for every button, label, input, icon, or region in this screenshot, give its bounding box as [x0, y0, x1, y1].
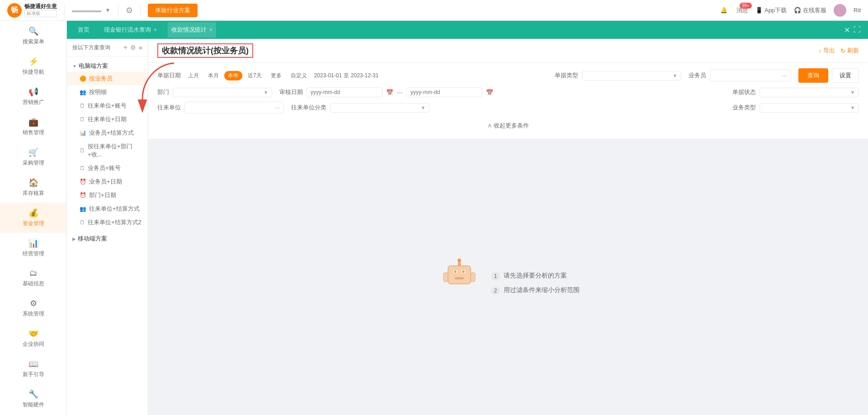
- tip-text-1: 请先选择要分析的方案: [504, 272, 567, 280]
- export-label: 导出: [823, 47, 835, 55]
- user-avatar[interactable]: [834, 4, 846, 17]
- scheme-item-salesperson-settlement[interactable]: 📊 业务员+结算方式: [67, 126, 148, 140]
- add-scheme-btn[interactable]: +: [123, 43, 127, 52]
- sidebar-item-finance[interactable]: 💰 资金管理: [0, 203, 66, 233]
- scheme-icon-3: 🗒: [80, 116, 85, 123]
- logo-badge: 标准版: [24, 10, 57, 17]
- scheme-label-2: 往来单位+账号: [88, 102, 127, 110]
- setting-btn[interactable]: 设置: [832, 68, 859, 83]
- sidebar-item-management[interactable]: 📊 经营管理: [0, 233, 66, 263]
- collapse-more-btn[interactable]: ∧ 收起更多条件: [157, 118, 859, 133]
- scheme-settings-btn[interactable]: ⚙: [130, 44, 136, 51]
- scheme-label-3: 往来单位+日期: [88, 115, 127, 123]
- finance-icon: 💰: [28, 208, 38, 218]
- business-type-select[interactable]: ▼: [760, 103, 859, 113]
- main-layout: 🔍 搜索菜单 ⚡ 快捷导航 📢 营销推广 💼 销售管理 🛒 采购管理 🏠 库存核…: [0, 21, 868, 415]
- tab-collection-stats-close[interactable]: ×: [209, 27, 212, 33]
- doc-status-select[interactable]: ▼: [760, 88, 859, 97]
- review-date-label: 审核日期: [279, 88, 303, 96]
- salesperson-select[interactable]: ···: [710, 70, 791, 81]
- scheme-item-detail[interactable]: 👥 按明细: [67, 85, 148, 99]
- date-from: 2023-01-01: [314, 72, 342, 79]
- sidebar-item-purchase[interactable]: 🛒 采购管理: [0, 142, 66, 172]
- sidebar-item-hardware[interactable]: 🔧 智能硬件: [0, 384, 66, 414]
- sidebar-item-shortcut[interactable]: ⚡ 快捷导航: [0, 51, 66, 81]
- scheme-item-unit-settlement1[interactable]: 👥 往来单位+结算方式: [67, 202, 148, 216]
- sidebar-label-enterprise: 企业协同: [23, 340, 44, 348]
- calendar-icon-to[interactable]: 📅: [486, 89, 493, 96]
- sidebar-item-enterprise[interactable]: 🤝 企业协同: [0, 323, 66, 354]
- counterpart-more-btn[interactable]: ···: [274, 104, 280, 111]
- date-tab-custom[interactable]: 自定义: [287, 71, 311, 80]
- scheme-item-unit-dept[interactable]: 🗒 按往来单位+部门+收...: [67, 140, 148, 161]
- filter-date: 单据日期 上月 本月 本年 近7天 更多 自定义 2023-01-01: [157, 71, 378, 80]
- date-tab-7days[interactable]: 近7天: [244, 71, 265, 80]
- sidebar-label-guide: 新手引导: [23, 371, 44, 378]
- scheme-label-5: 按往来单位+部门+收...: [88, 142, 142, 159]
- filter-btn-group: 查询 设置: [798, 68, 859, 83]
- tab-home[interactable]: 首页: [74, 22, 93, 38]
- date-tab-lastmonth[interactable]: 上月: [184, 71, 203, 80]
- sidebar-item-inventory[interactable]: 🏠 库存核算: [0, 172, 66, 203]
- tab-bank-flow[interactable]: 现金银行流水查询 ×: [100, 22, 160, 38]
- date-tab-thismonth[interactable]: 本月: [204, 71, 222, 80]
- tab-bank-flow-close[interactable]: ×: [154, 27, 157, 33]
- shortcut-icon: ⚡: [28, 57, 38, 66]
- sidebar-item-base[interactable]: 🗂 基础信息: [0, 263, 66, 293]
- mobile-scheme-group: ▶ 移动端方案: [67, 231, 148, 246]
- scheme-item-unit-account[interactable]: 🗒 往来单位+账号: [67, 99, 148, 113]
- settings-icon[interactable]: ⚙: [126, 5, 133, 15]
- sidebar-label-management: 经营管理: [23, 250, 44, 258]
- counterpart-select[interactable]: ···: [184, 102, 284, 113]
- logo-icon: 畅: [7, 3, 22, 18]
- app-download-button[interactable]: 📱 App下载: [755, 6, 787, 14]
- scheme-item-dept-date[interactable]: ⏰ 部门+日期: [67, 189, 148, 202]
- refresh-btn[interactable]: ↻ 刷新: [840, 47, 859, 55]
- trial-button[interactable]: 体验行业方案: [148, 4, 198, 17]
- top-header: 畅 畅捷通好生意 标准版 ▬▬▬▬▬ ▼ ⚙ 体验行业方案 🔔 99+ 消息 📱…: [0, 0, 868, 21]
- empty-tip-1: 1 请先选择要分析的方案: [491, 272, 567, 281]
- calendar-icon-from[interactable]: 📅: [386, 89, 393, 96]
- date-tab-more[interactable]: 更多: [267, 71, 285, 80]
- window-close-btn[interactable]: ✕: [844, 26, 850, 34]
- scheme-item-unit-date[interactable]: 🗒 往来单位+日期: [67, 113, 148, 126]
- scheme-item-unit-settlement2[interactable]: 🗒 往来单位+结算方式2: [67, 216, 148, 229]
- online-service-button[interactable]: 🎧 在线客服: [794, 6, 826, 14]
- scheme-item-salesperson-date[interactable]: ⏰ 业务员+日期: [67, 175, 148, 189]
- sidebar: 🔍 搜索菜单 ⚡ 快捷导航 📢 营销推广 💼 销售管理 🛒 采购管理 🏠 库存核…: [0, 21, 67, 415]
- dept-select[interactable]: ▼: [173, 88, 272, 97]
- sidebar-item-sales[interactable]: 💼 销售管理: [0, 112, 66, 142]
- review-date-from[interactable]: [307, 87, 382, 97]
- scheme-item-salesperson[interactable]: 🟠 按业务员: [67, 72, 148, 85]
- content-area: 首页 现金银行流水查询 × 收款情况统计 × ✕ ⛶ 按以下方案查询: [67, 21, 868, 415]
- phone-icon: 📱: [755, 7, 763, 14]
- sidebar-item-system[interactable]: ⚙ 系统管理: [0, 293, 66, 323]
- desktop-group-header[interactable]: ▼ 电脑端方案: [67, 60, 148, 72]
- messages-button[interactable]: 🔔 99+ 消息: [720, 6, 748, 14]
- sidebar-item-marketing[interactable]: 📢 营销推广: [0, 81, 66, 112]
- divider: [64, 5, 65, 16]
- mobile-group-header[interactable]: ▶ 移动端方案: [67, 233, 148, 245]
- dropdown-arrow[interactable]: ▼: [105, 7, 111, 14]
- filter-doc-type: 单据类型 ▼: [386, 71, 681, 80]
- review-date-to[interactable]: [406, 87, 482, 97]
- sidebar-item-search[interactable]: 🔍 搜索菜单: [0, 21, 66, 51]
- scheme-item-salesperson-account[interactable]: 🗒 业务员+账号: [67, 161, 148, 175]
- sidebar-label-sales: 销售管理: [23, 129, 44, 137]
- counterpart-category-select[interactable]: ▼: [330, 103, 429, 113]
- scheme-label-0: 按业务员: [89, 75, 113, 83]
- salesperson-more-btn[interactable]: ···: [782, 72, 787, 79]
- doc-type-select[interactable]: ▼: [582, 71, 681, 80]
- export-btn[interactable]: ↑ 导出: [819, 47, 835, 55]
- doc-status-label: 单据状态: [732, 88, 756, 96]
- sidebar-item-guide[interactable]: 📖 新手引导: [0, 354, 66, 384]
- sidebar-label-inventory: 库存核算: [23, 189, 44, 197]
- query-btn[interactable]: 查询: [798, 68, 828, 83]
- nav-breadcrumb[interactable]: ▬▬▬▬▬ ▼: [72, 7, 111, 14]
- window-maximize-btn[interactable]: ⛶: [854, 26, 861, 34]
- date-tab-thisyear[interactable]: 本年: [224, 71, 242, 80]
- left-panel-header: 按以下方案查询 + ⚙ «: [67, 39, 148, 57]
- tab-collection-stats[interactable]: 收款情况统计 ×: [168, 22, 216, 38]
- panel-collapse-btn[interactable]: «: [139, 44, 142, 51]
- filter-row-3: 往来单位 ··· 往来单位分类 ▼: [157, 102, 859, 113]
